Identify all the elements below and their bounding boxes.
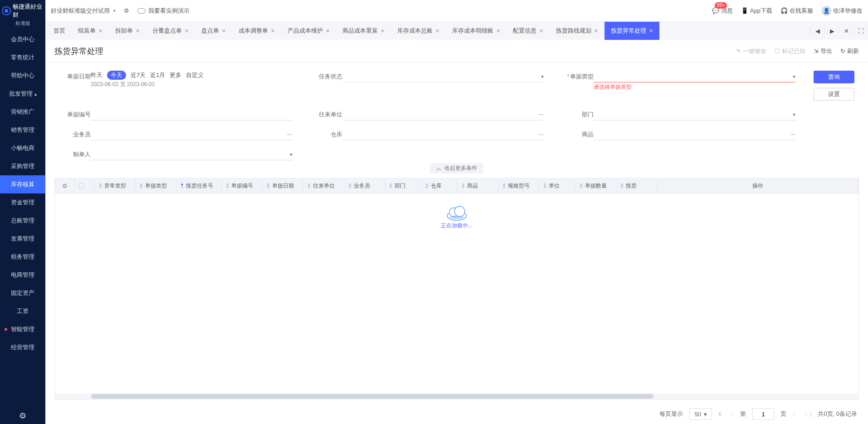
table-col-header[interactable]: ▲▼拣货任务号 <box>176 178 222 193</box>
date-range-option[interactable]: 昨天 <box>91 71 102 79</box>
product-selector[interactable]: 好业财标准版交付试用 ▾ <box>51 7 116 15</box>
tab[interactable]: 拆卸单✕ <box>109 22 146 40</box>
goods-input[interactable]: ⋯ <box>594 129 795 140</box>
settings-button[interactable]: 设置 <box>814 88 854 101</box>
pager-next[interactable]: 〉 <box>793 410 798 418</box>
table-col-header[interactable]: ▲▼规格型号 <box>498 178 539 193</box>
messages-link[interactable]: 99+ 💬 消息 <box>712 7 733 15</box>
close-icon[interactable]: ✕ <box>98 28 102 34</box>
refresh-button[interactable]: ↻ 刷新 <box>840 47 859 55</box>
sort-icon[interactable]: ▲▼ <box>425 183 429 189</box>
sort-icon[interactable]: ▲▼ <box>389 183 393 189</box>
tab[interactable]: 配置信息✕ <box>507 22 550 40</box>
sidebar-item[interactable]: 营销推广 <box>0 103 45 121</box>
tab[interactable]: 盘点单✕ <box>195 22 232 40</box>
close-icon[interactable]: ✕ <box>271 28 275 34</box>
date-range-option[interactable]: 自定义 <box>186 71 204 79</box>
sort-icon[interactable]: ▲▼ <box>139 183 143 189</box>
table-col-header[interactable]: ▲▼部门 <box>385 178 421 193</box>
sort-icon[interactable]: ▲▼ <box>225 183 229 189</box>
sidebar-item[interactable]: 采购管理 <box>0 157 45 175</box>
select-all-col[interactable] <box>75 178 95 193</box>
sidebar-item[interactable]: 小畅电商 <box>0 139 45 157</box>
date-range-option[interactable]: 近7天 <box>131 71 146 79</box>
sidebar-item[interactable]: 经营管理 <box>0 338 45 357</box>
sort-icon[interactable]: ▲▼ <box>348 183 352 189</box>
tab-scroll-right[interactable]: ▶ <box>824 28 839 34</box>
doc-no-input[interactable] <box>91 109 293 120</box>
table-col-header[interactable]: ▲▼业务员 <box>344 178 385 193</box>
sidebar-item[interactable]: 电商管理 <box>0 266 45 284</box>
tab[interactable]: 拣货路线规划✕ <box>550 22 605 40</box>
sort-icon[interactable]: ▲▼ <box>98 183 102 189</box>
sidebar-item[interactable]: 库存核算 <box>0 175 45 193</box>
partner-input[interactable]: ⋯ <box>342 109 544 120</box>
table-col-header[interactable]: ▲▼异常类型 <box>95 178 136 193</box>
sidebar-item[interactable]: 资金管理 <box>0 193 45 212</box>
salesperson-input[interactable]: ⋯ <box>91 129 293 140</box>
close-icon[interactable]: ✕ <box>435 28 439 34</box>
table-col-header[interactable]: ▲▼单据编号 <box>222 178 263 193</box>
export-button[interactable]: ⇲ 导出 <box>814 47 832 55</box>
table-col-header[interactable]: ▲▼单位 <box>539 178 575 193</box>
sidebar-item[interactable]: 会员中心 <box>0 30 45 48</box>
table-col-header[interactable]: ▲▼单据数量 <box>575 178 616 193</box>
dept-select[interactable]: ▾ <box>594 109 795 120</box>
table-hscrollbar[interactable] <box>54 393 859 400</box>
sidebar-item[interactable]: 总账管理 <box>0 212 45 230</box>
tab[interactable]: 拣货异常处理✕ <box>605 22 659 40</box>
page-input[interactable] <box>752 408 774 420</box>
user-menu[interactable]: 👤 徐泽华修改 <box>821 6 863 16</box>
tab[interactable]: 商品成本重算✕ <box>336 22 391 40</box>
date-range-option[interactable]: 更多 <box>170 71 181 79</box>
customer-service-link[interactable]: 🎧 在线客服 <box>780 7 813 15</box>
sort-icon[interactable]: ▲▼ <box>502 183 506 189</box>
settings-icon[interactable]: ⚙ <box>122 6 131 15</box>
tab[interactable]: 库存成本明细账✕ <box>446 22 507 40</box>
sort-icon[interactable]: ▲▼ <box>266 183 270 189</box>
task-status-select[interactable]: ▾ <box>342 71 544 82</box>
checkbox[interactable] <box>78 183 84 189</box>
sidebar-item[interactable]: 零售统计 <box>0 48 45 67</box>
tab[interactable]: 分量盘点单✕ <box>146 22 195 40</box>
doc-type-select[interactable]: ▾ <box>594 71 795 82</box>
table-settings-col[interactable]: ⚙ <box>55 178 75 193</box>
table-col-header[interactable]: ▲▼单据类型 <box>136 178 176 193</box>
table-col-header[interactable]: ▲▼拣货 <box>616 178 657 193</box>
table-col-header[interactable]: ▲▼商品 <box>458 178 498 193</box>
close-icon[interactable]: ✕ <box>185 28 189 34</box>
sidebar-item[interactable]: 销售管理 <box>0 121 45 139</box>
warehouse-input[interactable]: ⋯ <box>342 129 544 140</box>
sidebar-item[interactable]: 工资 <box>0 302 45 320</box>
sort-icon[interactable]: ▲▼ <box>620 183 624 189</box>
sort-icon[interactable]: ▲▼ <box>180 183 184 189</box>
tab-close-all[interactable]: ✕ <box>839 28 853 34</box>
sort-icon[interactable]: ▲▼ <box>543 183 547 189</box>
app-download-link[interactable]: 📱 App下载 <box>741 7 772 15</box>
tab-scroll-left[interactable]: ◀ <box>810 28 824 34</box>
sidebar-item[interactable]: 发票管理 <box>0 230 45 248</box>
tab[interactable]: 产品成本维护✕ <box>281 22 336 40</box>
pager-last[interactable]: 〉| <box>805 410 811 418</box>
close-icon[interactable]: ✕ <box>380 28 385 34</box>
close-icon[interactable]: ✕ <box>539 28 543 34</box>
close-icon[interactable]: ✕ <box>649 28 653 34</box>
sidebar-item[interactable]: 固定资产 <box>0 284 45 302</box>
table-col-header[interactable]: ▲▼往来单位 <box>303 178 344 193</box>
sort-icon[interactable]: ▲▼ <box>307 183 311 189</box>
close-icon[interactable]: ✕ <box>594 28 598 34</box>
collapse-filters-button[interactable]: ︽ 收起更多条件 <box>430 163 483 173</box>
table-col-header[interactable]: ▲▼仓库 <box>421 178 458 193</box>
pager-first[interactable]: K <box>718 411 722 417</box>
tab[interactable]: 成本调整单✕ <box>232 22 281 40</box>
pager-prev[interactable]: 〈 <box>728 410 734 418</box>
tab[interactable]: 组装单✕ <box>72 22 109 40</box>
tab[interactable]: 首页 <box>47 22 72 40</box>
sidebar-item[interactable]: 税务管理 <box>0 248 45 266</box>
sidebar-item[interactable]: 帮助中心 <box>0 67 45 85</box>
query-button[interactable]: 查询 <box>814 71 854 83</box>
date-range-option[interactable]: 今天 <box>107 71 126 80</box>
page-size-select[interactable]: 50 ▾ <box>689 408 712 420</box>
maker-select[interactable]: ▾ <box>91 149 293 160</box>
close-icon[interactable]: ✕ <box>326 28 330 34</box>
